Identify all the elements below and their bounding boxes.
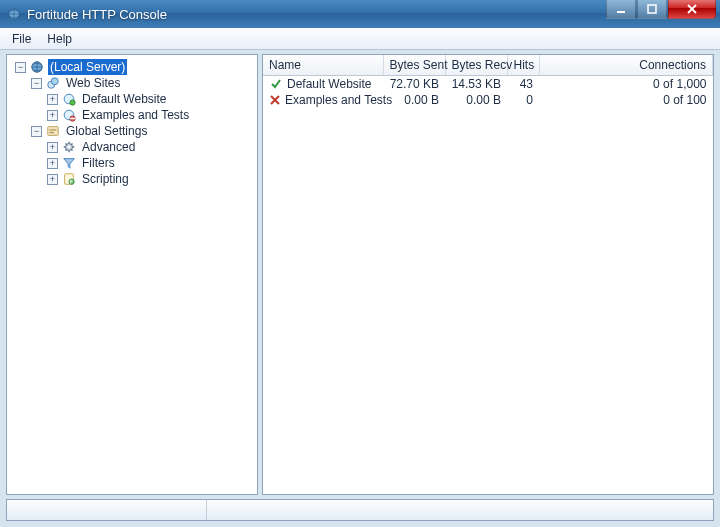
- cell-bytes-recv: 14.53 KB: [445, 76, 507, 93]
- tree-global-settings[interactable]: − Global Settings: [9, 123, 255, 139]
- cell-bytes-sent: 0.00 B: [383, 92, 445, 108]
- status-cell-1: [7, 500, 207, 520]
- cell-connections: 0 of 100: [539, 92, 713, 108]
- list-pane: Name Bytes Sent Bytes Recv Hits Connecti…: [262, 54, 714, 495]
- cell-hits: 43: [507, 76, 539, 93]
- tree-advanced[interactable]: + Advanced: [9, 139, 255, 155]
- svg-point-16: [69, 179, 74, 184]
- menubar: File Help: [0, 28, 720, 50]
- globe-icon: [29, 59, 45, 75]
- svg-rect-1: [617, 11, 625, 13]
- gear-icon: [61, 139, 77, 155]
- svg-point-5: [51, 78, 58, 85]
- tree-root-label[interactable]: (Local Server): [48, 59, 127, 75]
- toggle-advanced[interactable]: +: [47, 142, 58, 153]
- filters-icon: [61, 155, 77, 171]
- col-bytes-sent[interactable]: Bytes Sent: [383, 55, 445, 76]
- tree-global-settings-label[interactable]: Global Settings: [64, 123, 149, 139]
- svg-point-7: [70, 100, 75, 105]
- status-cell-2: [207, 500, 713, 520]
- toggle-root[interactable]: −: [15, 62, 26, 73]
- svg-rect-10: [48, 127, 59, 136]
- toggle-default-website[interactable]: +: [47, 94, 58, 105]
- statusbar: [6, 499, 714, 521]
- site-err-icon: [61, 107, 77, 123]
- menu-help[interactable]: Help: [39, 30, 80, 48]
- window-controls: [606, 0, 716, 19]
- col-name[interactable]: Name: [263, 55, 383, 76]
- svg-rect-2: [648, 5, 656, 13]
- cell-hits: 0: [507, 92, 539, 108]
- tree-advanced-label[interactable]: Advanced: [80, 139, 137, 155]
- scripting-icon: [61, 171, 77, 187]
- client-area: − (Local Server) − Web Sites: [0, 50, 720, 527]
- tree-websites[interactable]: − Web Sites: [9, 75, 255, 91]
- col-connections[interactable]: Connections: [539, 55, 713, 76]
- close-button[interactable]: [668, 0, 716, 19]
- toggle-websites[interactable]: −: [31, 78, 42, 89]
- table-header-row[interactable]: Name Bytes Sent Bytes Recv Hits Connecti…: [263, 55, 713, 76]
- sites-icon: [45, 75, 61, 91]
- toggle-examples[interactable]: +: [47, 110, 58, 121]
- tree-websites-label[interactable]: Web Sites: [64, 75, 122, 91]
- x-icon: [269, 93, 281, 107]
- table-row[interactable]: Examples and Tests 0.00 B 0.00 B 0 0 of …: [263, 92, 713, 108]
- tree-pane: − (Local Server) − Web Sites: [6, 54, 258, 495]
- window-title: Fortitude HTTP Console: [27, 7, 167, 22]
- tree-scripting-label[interactable]: Scripting: [80, 171, 131, 187]
- menu-file[interactable]: File: [4, 30, 39, 48]
- check-icon: [269, 77, 283, 91]
- titlebar: Fortitude HTTP Console: [0, 0, 720, 28]
- tree-filters[interactable]: + Filters: [9, 155, 255, 171]
- app-icon: [6, 6, 22, 22]
- maximize-button[interactable]: [637, 0, 667, 19]
- sites-table[interactable]: Name Bytes Sent Bytes Recv Hits Connecti…: [263, 55, 713, 108]
- cell-connections: 0 of 1,000: [539, 76, 713, 93]
- minimize-button[interactable]: [606, 0, 636, 19]
- tree-examples-label[interactable]: Examples and Tests: [80, 107, 191, 123]
- toggle-scripting[interactable]: +: [47, 174, 58, 185]
- toggle-filters[interactable]: +: [47, 158, 58, 169]
- svg-point-14: [68, 146, 71, 149]
- cell-name: Examples and Tests: [285, 93, 392, 107]
- tree-examples[interactable]: + Examples and Tests: [9, 107, 255, 123]
- tree-root[interactable]: − (Local Server): [9, 59, 255, 75]
- server-tree[interactable]: − (Local Server) − Web Sites: [7, 55, 257, 191]
- tree-default-website[interactable]: + Default Website: [9, 91, 255, 107]
- toggle-global-settings[interactable]: −: [31, 126, 42, 137]
- tree-filters-label[interactable]: Filters: [80, 155, 117, 171]
- table-row[interactable]: Default Website 72.70 KB 14.53 KB 43 0 o…: [263, 76, 713, 93]
- site-ok-icon: [61, 91, 77, 107]
- tree-scripting[interactable]: + Scripting: [9, 171, 255, 187]
- settings-icon: [45, 123, 61, 139]
- svg-rect-11: [50, 129, 57, 130]
- cell-bytes-sent: 72.70 KB: [383, 76, 445, 93]
- col-bytes-recv[interactable]: Bytes Recv: [445, 55, 507, 76]
- cell-bytes-recv: 0.00 B: [445, 92, 507, 108]
- cell-name: Default Website: [287, 77, 372, 91]
- tree-default-website-label[interactable]: Default Website: [80, 91, 169, 107]
- svg-rect-12: [50, 132, 54, 133]
